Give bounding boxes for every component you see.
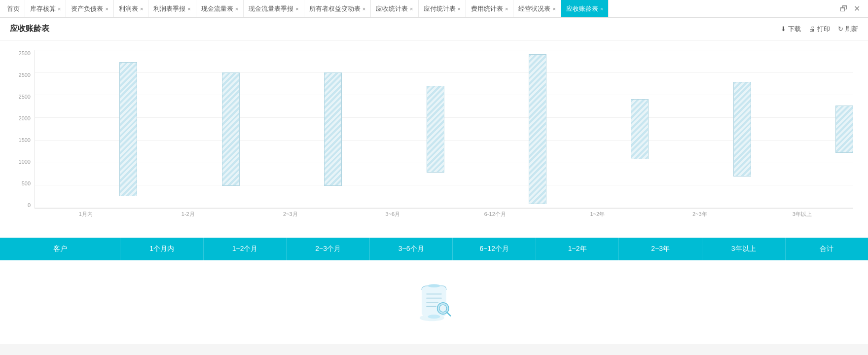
restore-button[interactable]: 🗗 [838,2,850,15]
tab-close-inventory[interactable]: × [58,6,61,12]
download-icon: ⬇ [781,25,786,33]
chart-container: 2500250025002000150010005000 1月内1-2月2~3月… [35,50,853,218]
table-header-cell: 2~3个月 [287,238,370,260]
tab-item-cashflow-quarterly[interactable]: 现金流量表季报× [244,0,304,18]
tab-label-ar-stats: 应收统计表 [376,4,408,13]
table-header-cell: 3年以上 [702,238,786,260]
svg-point-2 [428,315,440,319]
page-title: 应收账龄表 [10,24,49,34]
close-window-button[interactable]: ✕ [852,2,862,15]
tab-item-equity[interactable]: 所有者权益变动表× [304,0,371,18]
chart-inner: 1月内1-2月2~3月3~6月6-12个月1~2年2~3年3年以上 [35,50,853,218]
refresh-button[interactable]: ↻ 刷新 [838,25,858,34]
refresh-icon: ↻ [838,25,843,33]
table-header-cell: 3~6个月 [370,238,453,260]
chart-bar [324,72,342,186]
tab-item-ap-stats[interactable]: 应付统计表× [419,0,466,18]
tab-close-ap-stats[interactable]: × [458,6,461,12]
tab-item-home[interactable]: 首页 [2,0,25,18]
tab-label-profit-quarterly: 利润表季报 [153,4,185,13]
bar-group [240,50,342,208]
tab-label-cashflow-quarterly: 现金流量表季报 [249,4,293,13]
tab-close-operations[interactable]: × [552,6,555,12]
bar-group [546,50,649,208]
tab-bar: 首页库存核算×资产负债表×利润表×利润表季报×现金流量表×现金流量表季报×所有者… [0,0,868,18]
x-axis-label: 1-2月 [137,211,240,218]
tab-label-profit: 利润表 [119,4,138,13]
tab-close-cashflow-quarterly[interactable]: × [295,6,298,12]
tab-item-balance[interactable]: 资产负债表× [66,0,113,18]
empty-state [0,260,868,344]
bars-area [35,50,853,209]
tab-close-profit[interactable]: × [140,6,143,12]
bar-group [342,50,444,208]
tab-close-ar-stats[interactable]: × [410,6,413,12]
svg-point-1 [428,284,440,287]
y-axis-label: 2500 [19,50,31,56]
tab-item-ar-stats[interactable]: 应收统计表× [371,0,418,18]
y-axis-label: 1000 [19,159,31,165]
y-axis-label: 0 [28,202,31,208]
y-axis-label: 2500 [19,72,31,78]
tab-item-ar-aging[interactable]: 应收账龄表× [561,0,609,18]
tab-label-inventory: 库存核算 [30,4,56,13]
tab-bar-actions: 🗗 ✕ [834,2,866,15]
bar-group [751,50,853,208]
chart-bar [733,82,751,177]
print-button[interactable]: 🖨 打印 [809,25,830,34]
table-header-cell: 客户 [0,238,120,260]
x-axis-label: 2~3月 [239,211,342,218]
tab-label-expense-stats: 费用统计表 [471,4,503,13]
x-axis-label: 6-12个月 [444,211,546,218]
x-axis-label: 3~6月 [342,211,444,218]
svg-line-9 [447,312,451,316]
y-axis-label: 2500 [19,94,31,100]
tab-label-home: 首页 [7,4,20,13]
download-button[interactable]: ⬇ 下载 [781,25,801,34]
x-axis-label: 1月内 [35,211,137,218]
y-axis-label: 2000 [19,115,31,121]
chart-bar [222,72,240,186]
tab-label-operations: 经营状况表 [518,4,550,13]
x-axis-label: 3年以上 [751,211,854,218]
x-axis-label: 2~3年 [649,211,751,218]
main-content: 2500250025002000150010005000 1月内1-2月2~3月… [0,40,868,344]
tab-close-ar-aging[interactable]: × [600,6,603,12]
y-axis-label: 500 [22,180,31,186]
table-header-cell: 合计 [786,238,868,260]
chart-bar [631,99,649,159]
tab-item-profit[interactable]: 利润表× [114,0,148,18]
bar-group [35,50,137,208]
table-header-cell: 1个月内 [120,238,204,260]
tab-label-balance: 资产负债表 [71,4,103,13]
table-header-cell: 2~3年 [619,238,702,260]
tab-close-profit-quarterly[interactable]: × [187,6,190,12]
tab-item-inventory[interactable]: 库存核算× [25,0,66,18]
y-axis: 2500250025002000150010005000 [15,50,35,208]
tab-label-ar-aging: 应收账龄表 [566,4,598,13]
table-header-cell: 6~12个月 [453,238,536,260]
chart-bar [427,86,444,173]
tab-close-equity[interactable]: × [362,6,365,12]
tab-close-expense-stats[interactable]: × [505,6,508,12]
header-actions: ⬇ 下载 🖨 打印 ↻ 刷新 [781,25,858,34]
y-axis-label: 1500 [19,137,31,143]
chart-bar [119,62,137,196]
bar-group [444,50,546,208]
tab-item-expense-stats[interactable]: 费用统计表× [466,0,513,18]
table-header-cell: 1~2个月 [204,238,287,260]
tab-item-operations[interactable]: 经营状况表× [513,0,561,18]
tab-label-ap-stats: 应付统计表 [424,4,456,13]
bar-group [137,50,239,208]
tab-close-balance[interactable]: × [105,6,108,12]
x-axis-label: 1~2年 [546,211,649,218]
page-header: 应收账龄表 ⬇ 下载 🖨 打印 ↻ 刷新 [0,18,868,40]
tab-item-profit-quarterly[interactable]: 利润表季报× [148,0,196,18]
tab-item-cashflow[interactable]: 现金流量表× [196,0,244,18]
print-icon: 🖨 [809,25,815,33]
x-labels: 1月内1-2月2~3月3~6月6-12个月1~2年2~3年3年以上 [35,211,853,218]
chart-area: 2500250025002000150010005000 1月内1-2月2~3月… [0,40,868,238]
table-header: 客户1个月内1~2个月2~3个月3~6个月6~12个月1~2年2~3年3年以上合… [0,238,868,260]
tab-close-cashflow[interactable]: × [235,6,238,12]
chart-bar [529,54,546,204]
